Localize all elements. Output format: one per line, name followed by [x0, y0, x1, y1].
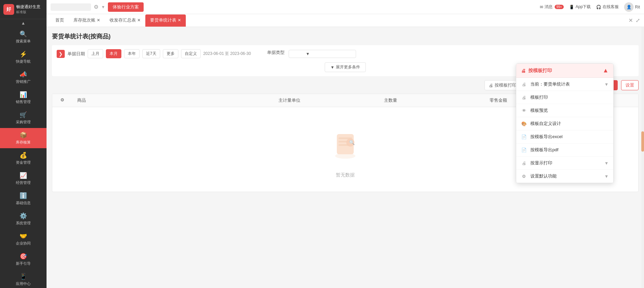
sidebar-item-label-marketing: 营销推广 [16, 79, 31, 84]
tab-order-stats[interactable]: 要货单统计表 ✕ [145, 14, 186, 27]
settings-label: 设置 [625, 82, 634, 88]
messages-badge: 99+ [555, 5, 564, 9]
display-print-label: 按显示打印 [530, 160, 601, 166]
dropdown-menu: 🖨 按模板打印 ▲ 🖨 当前：要货单统计表 ▼ 🖨 模板打印 👁 模板预览 [516, 63, 614, 183]
tab-inventory-batch-label: 库存批次账 [74, 17, 95, 23]
sidebar-item-label-sales: 销售管理 [16, 99, 31, 104]
sidebar-item-sales[interactable]: 📊 销售管理 [0, 88, 47, 108]
search-icon: 🔍 [20, 30, 27, 38]
messages-item[interactable]: ✉ 消息 99+ [540, 4, 564, 10]
purchase-icon: 🛒 [20, 111, 27, 119]
quick-nav-icon: ⚡ [20, 51, 27, 58]
empty-svg: 🔍 [328, 127, 362, 161]
sidebar-item-app-center[interactable]: 📱 应用中心 [0, 269, 47, 288]
printer-icon: 🖨 [489, 83, 493, 88]
sidebar-item-finance[interactable]: 💰 资金管理 [0, 148, 47, 168]
dropdown-printer-icon: 🖨 [521, 68, 526, 73]
sidebar-item-quick-nav[interactable]: ⚡ 快捷导航 [0, 47, 47, 67]
th-unit: 主计量单位 [274, 97, 379, 103]
logo-title: 畅捷通好生意 [16, 4, 40, 10]
order-type-arrow: ▼ [306, 52, 310, 56]
sidebar-item-label-inventory: 库存核算 [16, 140, 31, 145]
online-service-item[interactable]: 🎧 在线客服 [596, 4, 619, 10]
headset-icon: 🎧 [596, 5, 601, 9]
sidebar-scroll-up[interactable]: ▲ [0, 19, 47, 27]
sidebar-item-system[interactable]: ⚙️ 系统管理 [0, 209, 47, 229]
dropdown-template-design-icon: 🎨 [521, 121, 527, 126]
sidebar-item-label-finance: 资金管理 [16, 160, 31, 165]
tab-home[interactable]: 首页 [51, 14, 69, 27]
dropdown-current-template[interactable]: 🖨 当前：要货单统计表 ▼ [516, 78, 613, 91]
more-btn[interactable]: 更多 [163, 49, 178, 58]
set-default-label: 设置默认功能 [530, 173, 601, 179]
sidebar-item-purchase[interactable]: 🛒 采购管理 [0, 108, 47, 128]
custom-btn[interactable]: 自定义 [181, 49, 201, 58]
sidebar-item-label-quick-nav: 快捷导航 [16, 59, 31, 64]
expand-more-btn[interactable]: ▼ 展开更多条件 [325, 62, 366, 72]
dropdown-item-export-pdf[interactable]: 📄 按模板导出pdf [516, 143, 613, 157]
dropdown-close-arrow[interactable]: ▲ [603, 67, 609, 74]
settings-button[interactable]: 设置 [621, 80, 639, 90]
date-range-display: 2023-06-01 至 2023-06-30 [203, 51, 251, 57]
date-filter-label: 单据日期 [67, 51, 85, 57]
topbar: ⚙ ▼ 体验行业方案 ✉ 消息 99+ 📱 App下载 🎧 在线客服 👤 Rit [47, 0, 644, 14]
sidebar-item-basic-info[interactable]: ℹ️ 基础信息 [0, 189, 47, 209]
industry-solution-button[interactable]: 体验行业方案 [108, 2, 144, 12]
maximize-tab-btn[interactable]: ⤢ [636, 17, 640, 24]
close-tab-btn[interactable]: ✕ [628, 17, 633, 24]
chevron-right-icon: ❯ [59, 51, 63, 57]
logo-icon: 好 [3, 4, 14, 15]
last7-btn[interactable]: 近7天 [142, 49, 160, 58]
sidebar-item-marketing[interactable]: 📣 营销推广 [0, 67, 47, 88]
right-scrollbar[interactable] [641, 27, 644, 288]
tab-receipts-summary-close[interactable]: ✕ [137, 18, 141, 23]
tab-inventory-batch[interactable]: 库存批次账 ✕ [69, 14, 105, 27]
set-default-arrow: ▼ [604, 174, 609, 179]
topbar-gear-icon[interactable]: ⚙ [94, 4, 98, 10]
dropdown-template-design-label: 模板自定义设计 [530, 121, 609, 127]
dropdown-header-left: 🖨 按模板打印 [521, 68, 552, 74]
sidebar-item-inventory[interactable]: 📦 库存核算 [0, 128, 47, 148]
dropdown-export-pdf-icon: 📄 [521, 148, 527, 153]
dropdown-template-preview-icon: 👁 [521, 108, 527, 113]
dropdown-set-default[interactable]: ⚙ 设置默认功能 ▼ [516, 170, 613, 183]
dropdown-display-print[interactable]: 🖨 按显示打印 ▼ [516, 157, 613, 170]
th-settings[interactable]: ⚙ [52, 97, 72, 103]
expand-icon: ▼ [330, 65, 334, 70]
set-default-icon: ⚙ [521, 174, 527, 179]
topbar-dropdown-arrow[interactable]: ▼ [101, 5, 105, 9]
topbar-right: ✉ 消息 99+ 📱 App下载 🎧 在线客服 👤 Rit [540, 2, 640, 12]
sidebar-item-guide[interactable]: 🎯 新手引导 [0, 249, 47, 269]
app-download-item[interactable]: 📱 App下载 [569, 4, 591, 10]
tab-inventory-batch-close[interactable]: ✕ [97, 18, 100, 23]
sidebar-item-label-purchase: 采购管理 [16, 120, 31, 125]
th-qty: 主数量 [379, 97, 485, 103]
topbar-search-input[interactable] [51, 3, 91, 11]
dropdown-item-template-print[interactable]: 🖨 模板打印 [516, 91, 613, 104]
filter-toggle-button[interactable]: ❯ [57, 50, 65, 58]
dropdown-item-template-design[interactable]: 🎨 模板自定义设计 [516, 117, 613, 130]
page-title: 要货单统计表(按商品) [52, 32, 639, 40]
dropdown-template-print-label: 模板打印 [530, 94, 609, 100]
order-type-label: 单据类型 [267, 50, 285, 55]
tab-receipts-summary[interactable]: 收发存汇总表 ✕ [105, 14, 145, 27]
sidebar-item-label-app-center: 应用中心 [16, 281, 31, 286]
sidebar-item-collab[interactable]: 🤝 企业协同 [0, 229, 47, 249]
user-avatar-item[interactable]: 👤 Rit [624, 2, 640, 12]
prev-month-btn[interactable]: 上月 [88, 49, 103, 58]
this-month-btn[interactable]: 本月 [106, 49, 121, 58]
dropdown-item-template-preview[interactable]: 👁 模板预览 [516, 104, 613, 117]
dropdown-header: 🖨 按模板打印 ▲ [516, 64, 613, 78]
this-year-btn[interactable]: 本年 [124, 49, 140, 58]
sidebar-item-label-system: 系统管理 [16, 221, 31, 226]
topbar-left: ⚙ ▼ 体验行业方案 [51, 2, 144, 12]
dropdown-item-export-excel[interactable]: 📄 按模板导出excel [516, 130, 613, 143]
messages-label: 消息 [545, 4, 553, 10]
tab-order-stats-close[interactable]: ✕ [178, 18, 181, 23]
dropdown-export-pdf-label: 按模板导出pdf [530, 147, 609, 153]
sidebar-item-search[interactable]: 🔍 搜索菜单 [0, 27, 47, 47]
order-type-select[interactable]: ▼ [289, 50, 356, 58]
app-download-label: App下载 [576, 4, 591, 10]
svg-text:🔍: 🔍 [349, 140, 355, 146]
sidebar-item-operations[interactable]: 📈 经营管理 [0, 168, 47, 189]
